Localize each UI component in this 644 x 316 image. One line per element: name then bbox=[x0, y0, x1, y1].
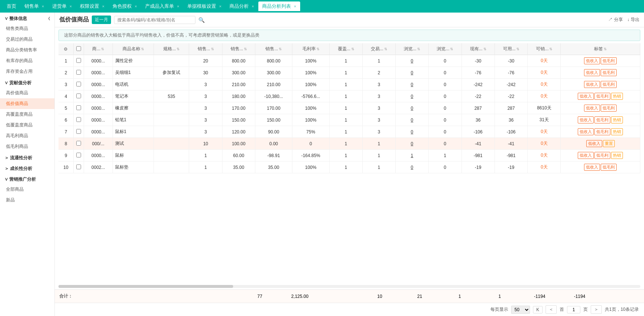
col-sale-price[interactable]: 销售...⇅ bbox=[222, 43, 255, 55]
cell-browse1[interactable]: 0 bbox=[396, 102, 429, 114]
col-code[interactable]: 商...⇅ bbox=[84, 43, 113, 55]
sidebar-item-low-coverage[interactable]: 低覆盖度商品 bbox=[0, 120, 54, 130]
nav-analysis-list-close[interactable]: × bbox=[294, 4, 296, 9]
cell-checkbox[interactable] bbox=[73, 67, 84, 79]
sidebar-item-stocked[interactable]: 有库存的商品 bbox=[0, 55, 54, 66]
row-checkbox[interactable] bbox=[76, 129, 81, 134]
sidebar-group-overall[interactable]: ∨ 整体信息 《 bbox=[0, 13, 54, 23]
cell-browse1[interactable]: 0 bbox=[396, 55, 429, 67]
share-btn[interactable]: ↗ 分享 bbox=[608, 17, 623, 23]
cell-checkbox[interactable] bbox=[73, 79, 84, 91]
sidebar-item-stock-capital[interactable]: 库存资金占用 bbox=[0, 66, 54, 77]
cell-checkbox[interactable] bbox=[73, 55, 84, 67]
prev-page-btn[interactable]: ＜ bbox=[546, 305, 557, 314]
col-sellable[interactable]: 可销...⇅ bbox=[528, 43, 561, 55]
browse-link[interactable]: 0 bbox=[411, 141, 413, 146]
nav-role-close[interactable]: × bbox=[135, 4, 137, 9]
table-wrapper[interactable]: ⚙ 商...⇅ 商品名称⇅ 规格...⇅ 销售...⇅ 销售...⇅ 销售...… bbox=[55, 43, 644, 285]
col-tags[interactable]: 标签⇅ bbox=[561, 43, 640, 55]
row-checkbox[interactable] bbox=[76, 141, 81, 146]
col-browse1[interactable]: 浏览...⇅ bbox=[396, 43, 429, 55]
browse-link[interactable]: 0 bbox=[411, 94, 413, 99]
nav-purchase-close[interactable]: × bbox=[70, 4, 72, 9]
cell-browse1[interactable]: 0 bbox=[396, 67, 429, 79]
sidebar-group-growth[interactable]: ＞ 成长性分析 bbox=[0, 163, 54, 173]
row-checkbox[interactable] bbox=[76, 164, 81, 169]
cell-browse1[interactable]: 0 bbox=[396, 126, 429, 138]
search-input[interactable] bbox=[114, 16, 195, 24]
first-page-btn[interactable]: K bbox=[533, 306, 543, 313]
footer-scroll-thumb[interactable] bbox=[58, 285, 233, 288]
nav-purchase[interactable]: 进货单 × bbox=[48, 1, 76, 11]
sidebar-item-high-margin[interactable]: 高毛利商品 bbox=[0, 130, 54, 141]
sidebar-group-contribution[interactable]: ∨ 贡献值分析 bbox=[0, 77, 54, 88]
nav-permission[interactable]: 权限设置 × bbox=[76, 1, 108, 11]
col-browse2[interactable]: 浏览...⇅ bbox=[429, 43, 462, 55]
sidebar-item-category-sales[interactable]: 商品分类销售率 bbox=[0, 45, 54, 55]
nav-sales[interactable]: 销售单 × bbox=[21, 1, 48, 11]
sidebar-item-traded[interactable]: 交易过的商品 bbox=[0, 34, 54, 45]
row-checkbox[interactable] bbox=[76, 105, 81, 110]
cell-checkbox[interactable] bbox=[73, 138, 84, 150]
cell-browse1[interactable]: 0 bbox=[396, 114, 429, 126]
col-sale-amount[interactable]: 销售...⇅ bbox=[255, 43, 292, 55]
search-icon[interactable]: 🔍 bbox=[198, 17, 205, 23]
col-available[interactable]: 可用...⇅ bbox=[494, 43, 527, 55]
browse-link[interactable]: 0 bbox=[411, 70, 413, 75]
browse-link[interactable]: 0 bbox=[411, 106, 413, 111]
footer-scroll[interactable] bbox=[58, 285, 640, 288]
cell-checkbox[interactable] bbox=[73, 162, 84, 173]
browse-link[interactable]: 0 bbox=[411, 165, 413, 170]
browse-link[interactable]: 0 bbox=[411, 58, 413, 64]
nav-product-analysis-list[interactable]: 商品分析列表 × bbox=[258, 1, 300, 11]
sidebar-group-circulation[interactable]: ＞ 流通性分析 bbox=[0, 152, 54, 163]
nav-home[interactable]: 首页 bbox=[3, 1, 20, 11]
row-checkbox[interactable] bbox=[76, 117, 81, 122]
col-checkbox[interactable] bbox=[73, 43, 84, 55]
sidebar-item-low-margin[interactable]: 低毛利商品 bbox=[0, 141, 54, 152]
col-name[interactable]: 商品名称⇅ bbox=[113, 43, 154, 55]
select-all-checkbox[interactable] bbox=[76, 46, 81, 51]
row-checkbox[interactable] bbox=[76, 153, 81, 157]
nav-role[interactable]: 角色授权 × bbox=[109, 1, 141, 11]
col-settings[interactable]: ⚙ bbox=[58, 43, 73, 55]
filter-recent-btn[interactable]: 近一月 bbox=[92, 16, 111, 24]
sidebar-collapse-overall[interactable]: 《 bbox=[46, 16, 50, 21]
cell-browse1[interactable]: 0 bbox=[396, 91, 429, 102]
cell-checkbox[interactable] bbox=[73, 126, 84, 138]
sidebar-item-new-products[interactable]: 新品 bbox=[0, 195, 54, 205]
browse-link[interactable]: 0 bbox=[411, 82, 413, 87]
sidebar-item-high-coverage[interactable]: 高覆盖度商品 bbox=[0, 109, 54, 120]
row-checkbox[interactable] bbox=[76, 94, 81, 98]
cell-browse1[interactable]: 1 bbox=[396, 150, 429, 162]
current-page-input[interactable] bbox=[567, 306, 580, 313]
sidebar-item-high-value[interactable]: 高价值商品 bbox=[0, 88, 54, 98]
sidebar-item-all-products[interactable]: 全部商品 bbox=[0, 184, 54, 195]
nav-analysis-close[interactable]: × bbox=[252, 4, 254, 9]
col-gross-margin[interactable]: 毛利率⇅ bbox=[292, 43, 329, 55]
cell-checkbox[interactable] bbox=[73, 102, 84, 114]
nav-template[interactable]: 单据模板设置 × bbox=[184, 1, 225, 11]
nav-sales-close[interactable]: × bbox=[42, 4, 44, 9]
nav-product-in-close[interactable]: × bbox=[177, 4, 179, 9]
row-checkbox[interactable] bbox=[76, 58, 81, 63]
nav-template-close[interactable]: × bbox=[219, 4, 221, 9]
browse-link[interactable]: 0 bbox=[411, 129, 413, 135]
browse-link[interactable]: 1 bbox=[411, 153, 413, 158]
col-trade[interactable]: 交易...⇅ bbox=[362, 43, 395, 55]
cell-checkbox[interactable] bbox=[73, 91, 84, 102]
export-btn[interactable]: ↓ 导出 bbox=[627, 17, 640, 23]
cell-browse1[interactable]: 0 bbox=[396, 162, 429, 173]
col-spec[interactable]: 规格...⇅ bbox=[154, 43, 189, 55]
sidebar-item-sales-products[interactable]: 销售类商品 bbox=[0, 23, 54, 34]
row-checkbox[interactable] bbox=[76, 70, 81, 75]
browse-link[interactable]: 0 bbox=[411, 118, 413, 123]
cell-browse1[interactable]: 0 bbox=[396, 138, 429, 150]
nav-product-in[interactable]: 产成品入库单 × bbox=[141, 1, 183, 11]
next-page-btn[interactable]: ＞ bbox=[591, 305, 602, 314]
col-sale-qty[interactable]: 销售...⇅ bbox=[189, 43, 222, 55]
sidebar-item-low-value[interactable]: 低价值商品 bbox=[0, 98, 54, 109]
col-coverage[interactable]: 覆盖...⇅ bbox=[329, 43, 362, 55]
col-current[interactable]: 现有...⇅ bbox=[462, 43, 494, 55]
sidebar-group-marketing[interactable]: ∨ 营销推广分析 bbox=[0, 173, 54, 184]
